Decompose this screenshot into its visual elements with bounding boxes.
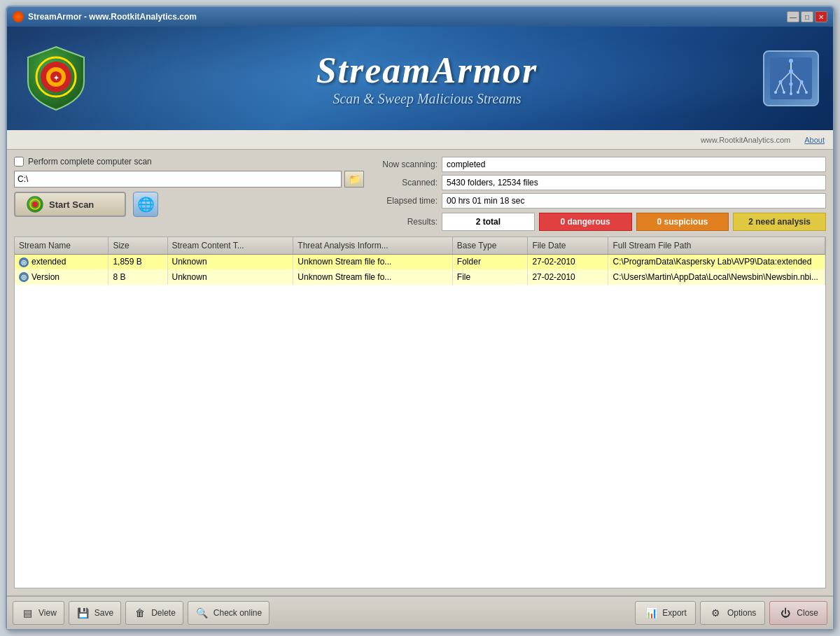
analysis-badge[interactable]: 2 need analysis bbox=[733, 213, 826, 231]
banner-title: StreamArmor bbox=[316, 50, 538, 91]
suspicious-badge[interactable]: 0 suspicious bbox=[636, 213, 729, 231]
scanned-label: Scanned: bbox=[371, 178, 438, 188]
table-row[interactable]: ◎Version 8 B Unknown Unknown Stream file… bbox=[15, 269, 825, 285]
col-full-path: Full Stream File Path bbox=[608, 237, 825, 254]
main-window: StreamArmor - www.RootkitAnalytics.com —… bbox=[6, 6, 834, 630]
cell-threat-info: Unknown Stream file fo... bbox=[293, 254, 453, 269]
web-button[interactable]: 🌐 bbox=[133, 192, 158, 217]
export-button[interactable]: 📊 Export bbox=[635, 601, 696, 625]
start-scan-button[interactable]: Start Scan bbox=[14, 192, 126, 217]
results-row: Results: 2 total 0 dangerous 0 suspiciou… bbox=[371, 213, 826, 231]
cell-file-date: 27-02-2010 bbox=[528, 269, 608, 285]
view-button[interactable]: ▤ View bbox=[13, 601, 64, 625]
about-link[interactable]: About bbox=[804, 136, 825, 144]
title-bar: StreamArmor - www.RootkitAnalytics.com —… bbox=[7, 7, 833, 27]
svg-point-19 bbox=[790, 83, 793, 86]
cell-content-type: Unknown bbox=[167, 269, 293, 285]
delete-button[interactable]: 🗑 Delete bbox=[125, 601, 183, 625]
stream-icon: ◎ bbox=[19, 257, 29, 267]
svg-text:✦: ✦ bbox=[53, 74, 59, 82]
elapsed-value: 00 hrs 01 min 18 sec bbox=[442, 193, 826, 209]
close-button[interactable]: ✕ bbox=[815, 11, 827, 22]
right-panel: Now scanning: completed Scanned: 5430 fo… bbox=[371, 157, 826, 231]
svg-point-7 bbox=[789, 59, 793, 63]
view-label: View bbox=[38, 608, 57, 618]
options-button[interactable]: ⚙ Options bbox=[700, 601, 765, 625]
elapsed-label: Elapsed time: bbox=[371, 196, 438, 206]
left-panel: Perform complete computer scan 📁 bbox=[14, 157, 364, 217]
path-row: 📁 bbox=[14, 171, 364, 188]
web-icon: 🌐 bbox=[137, 196, 155, 213]
cell-threat-info: Unknown Stream file fo... bbox=[293, 269, 453, 285]
elapsed-row: Elapsed time: 00 hrs 01 min 18 sec bbox=[371, 193, 826, 209]
cell-base-type: File bbox=[452, 269, 528, 285]
complete-scan-label: Perform complete computer scan bbox=[28, 157, 152, 167]
website-text: www.RootkitAnalytics.com bbox=[701, 136, 790, 144]
col-content-type: Stream Content T... bbox=[167, 237, 293, 254]
cell-content-type: Unknown bbox=[167, 254, 293, 269]
minimize-button[interactable]: — bbox=[787, 11, 799, 22]
complete-scan-checkbox[interactable] bbox=[14, 157, 24, 167]
cell-file-date: 27-02-2010 bbox=[528, 254, 608, 269]
col-stream-name: Stream Name bbox=[15, 237, 108, 254]
svg-point-17 bbox=[800, 80, 804, 84]
save-icon: 💾 bbox=[76, 606, 90, 620]
check-online-label: Check online bbox=[214, 608, 262, 618]
bottom-toolbar: ▤ View 💾 Save 🗑 Delete 🔍 Check online 📊 … bbox=[7, 595, 833, 629]
close-bottom-label: Close bbox=[797, 608, 818, 618]
cell-full-path: C:\ProgramData\Kaspersky Lab\AVP9\Data:e… bbox=[608, 254, 825, 269]
banner-right-logo bbox=[763, 50, 819, 106]
options-label: Options bbox=[727, 608, 756, 618]
cell-full-path: C:\Users\Martin\AppData\Local\Newsbin\Ne… bbox=[608, 269, 825, 285]
scanned-value: 5430 folders, 12534 files bbox=[442, 175, 826, 190]
svg-point-21 bbox=[783, 91, 785, 94]
banner-subtitle: Scan & Sweep Malicious Streams bbox=[332, 91, 521, 107]
svg-point-20 bbox=[774, 91, 777, 94]
close-bottom-button[interactable]: ⏻ Close bbox=[769, 601, 827, 625]
about-bar: www.RootkitAnalytics.com About bbox=[7, 130, 833, 150]
dangerous-badge[interactable]: 0 dangerous bbox=[539, 213, 632, 231]
export-icon: 📊 bbox=[644, 606, 658, 620]
table-body: ◎extended 1,859 B Unknown Unknown Stream… bbox=[15, 254, 825, 285]
path-input[interactable] bbox=[14, 171, 342, 188]
window-title: StreamArmor - www.RootkitAnalytics.com bbox=[28, 12, 197, 22]
now-scanning-value: completed bbox=[442, 157, 826, 172]
col-threat-info: Threat Analysis Inform... bbox=[293, 237, 453, 254]
options-icon: ⚙ bbox=[709, 606, 723, 620]
results-table-container[interactable]: Stream Name Size Stream Content T... Thr… bbox=[14, 236, 826, 588]
close-bottom-icon: ⏻ bbox=[778, 606, 792, 620]
total-badge[interactable]: 2 total bbox=[442, 213, 535, 231]
save-button[interactable]: 💾 Save bbox=[69, 601, 121, 625]
complete-scan-row: Perform complete computer scan bbox=[14, 157, 364, 167]
stream-icon: ◎ bbox=[19, 272, 29, 282]
top-section: Perform complete computer scan 📁 bbox=[14, 157, 826, 231]
check-online-button[interactable]: 🔍 Check online bbox=[188, 601, 270, 625]
svg-point-11 bbox=[789, 69, 793, 73]
shield-logo: ✦ bbox=[21, 43, 91, 113]
svg-point-24 bbox=[805, 91, 808, 94]
cell-size: 8 B bbox=[108, 269, 167, 285]
browse-button[interactable]: 📁 bbox=[344, 171, 364, 188]
table-row[interactable]: ◎extended 1,859 B Unknown Unknown Stream… bbox=[15, 254, 825, 269]
col-file-date: File Date bbox=[528, 237, 608, 254]
scanned-row: Scanned: 5430 folders, 12534 files bbox=[371, 175, 826, 190]
export-label: Export bbox=[662, 608, 687, 618]
cell-size: 1,859 B bbox=[108, 254, 167, 269]
delete-icon: 🗑 bbox=[133, 606, 147, 620]
view-icon: ▤ bbox=[20, 606, 34, 620]
check-online-icon: 🔍 bbox=[195, 606, 209, 620]
svg-point-22 bbox=[790, 92, 792, 95]
cell-base-type: Folder bbox=[452, 254, 528, 269]
results-table: Stream Name Size Stream Content T... Thr… bbox=[15, 237, 825, 285]
svg-point-27 bbox=[32, 202, 38, 207]
col-base-type: Base Type bbox=[452, 237, 528, 254]
window-controls: — □ ✕ bbox=[787, 11, 827, 22]
banner-text: StreamArmor Scan & Sweep Malicious Strea… bbox=[105, 50, 749, 107]
results-label: Results: bbox=[371, 217, 438, 227]
maximize-button[interactable]: □ bbox=[801, 11, 813, 22]
app-icon bbox=[13, 11, 24, 22]
browse-icon: 📁 bbox=[349, 174, 360, 185]
main-content: Perform complete computer scan 📁 bbox=[7, 150, 833, 595]
header-row: Stream Name Size Stream Content T... Thr… bbox=[15, 237, 825, 254]
banner: ✦ StreamArmor Scan & Sweep Malicious Str… bbox=[7, 27, 833, 130]
